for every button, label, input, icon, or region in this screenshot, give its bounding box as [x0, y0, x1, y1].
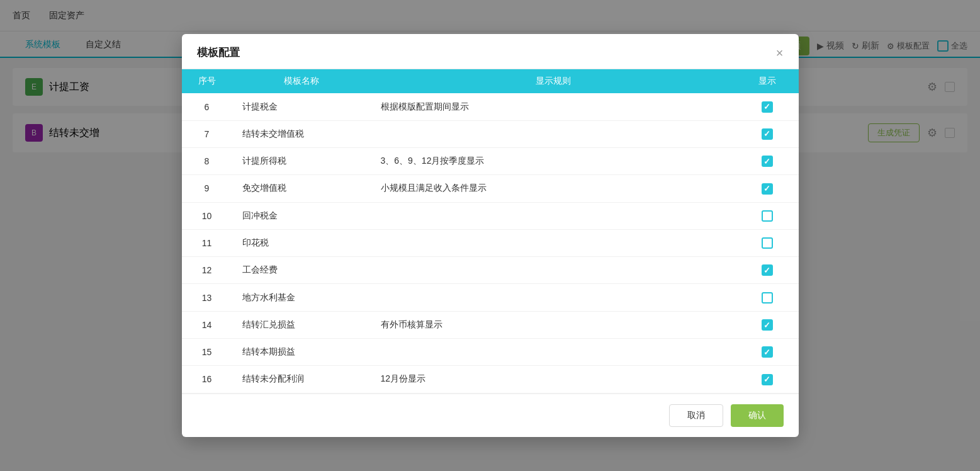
cell-rule-2: 3、6、9、12月按季度显示 — [371, 147, 736, 174]
modal-footer: 取消 确认 — [182, 394, 799, 437]
modal-header: 模板配置 × — [182, 34, 799, 69]
cell-name-5: 印花税 — [232, 229, 371, 256]
table-row: 11印花税 — [182, 229, 799, 256]
cell-rule-5 — [371, 229, 736, 256]
cell-check-4 — [736, 202, 799, 229]
cell-index-4: 10 — [182, 202, 232, 229]
table-row: 16结转未分配利润12月份显示 — [182, 366, 799, 393]
cell-check-8 — [736, 311, 799, 338]
cell-rule-8: 有外币核算显示 — [371, 311, 736, 338]
cell-rule-1 — [371, 120, 736, 147]
cell-index-2: 8 — [182, 147, 232, 174]
col-header-index: 序号 — [182, 69, 232, 93]
cell-check-0 — [736, 93, 799, 120]
cell-name-10: 结转未分配利润 — [232, 366, 371, 393]
row-checkbox-4[interactable] — [762, 210, 773, 222]
table-row: 12工会经费 — [182, 257, 799, 284]
cell-check-6 — [736, 257, 799, 284]
cell-name-1: 结转未交增值税 — [232, 120, 371, 147]
col-header-name: 模板名称 — [232, 69, 371, 93]
table-body: 6计提税金根据模版配置期间显示7结转未交增值税8计提所得税3、6、9、12月按季… — [182, 93, 799, 393]
cell-check-9 — [736, 339, 799, 366]
cell-name-7: 地方水利基金 — [232, 284, 371, 311]
modal-title: 模板配置 — [197, 45, 240, 60]
row-checkbox-5[interactable] — [762, 237, 773, 249]
cell-name-0: 计提税金 — [232, 93, 371, 120]
cell-index-10: 16 — [182, 366, 232, 393]
col-header-display: 显示 — [736, 69, 799, 93]
modal-body: 序号 模板名称 显示规则 显示 6计提税金根据模版配置期间显示7结转未交增值税8… — [182, 69, 799, 393]
cell-index-3: 9 — [182, 175, 232, 202]
cell-rule-7 — [371, 284, 736, 311]
cell-rule-4 — [371, 202, 736, 229]
row-checkbox-9[interactable] — [762, 346, 773, 358]
cell-index-7: 13 — [182, 284, 232, 311]
table-row: 15结转本期损益 — [182, 339, 799, 366]
table-row: 8计提所得税3、6、9、12月按季度显示 — [182, 147, 799, 174]
cell-index-9: 15 — [182, 339, 232, 366]
table-row: 10回冲税金 — [182, 202, 799, 229]
cell-check-5 — [736, 229, 799, 256]
cell-rule-0: 根据模版配置期间显示 — [371, 93, 736, 120]
cell-index-0: 6 — [182, 93, 232, 120]
cell-index-5: 11 — [182, 229, 232, 256]
table-row: 9免交增值税小规模且满足收入条件显示 — [182, 175, 799, 202]
cell-name-6: 工会经费 — [232, 257, 371, 284]
col-header-rule: 显示规则 — [371, 69, 736, 93]
row-checkbox-10[interactable] — [762, 374, 773, 385]
cell-rule-10: 12月份显示 — [371, 366, 736, 393]
cell-name-9: 结转本期损益 — [232, 339, 371, 366]
cell-name-3: 免交增值税 — [232, 175, 371, 202]
cell-name-2: 计提所得税 — [232, 147, 371, 174]
table-head: 序号 模板名称 显示规则 显示 — [182, 69, 799, 93]
table-row: 14结转汇兑损益有外币核算显示 — [182, 311, 799, 338]
row-checkbox-1[interactable] — [762, 128, 773, 140]
row-checkbox-8[interactable] — [762, 319, 773, 331]
modal-overlay: 模板配置 × 序号 模板名称 显示规则 显示 6计提税金根据模版配置期间显示7结… — [0, 0, 980, 471]
cell-check-3 — [736, 175, 799, 202]
modal-close-button[interactable]: × — [776, 47, 784, 59]
cell-rule-3: 小规模且满足收入条件显示 — [371, 175, 736, 202]
row-checkbox-3[interactable] — [762, 183, 773, 195]
cell-index-6: 12 — [182, 257, 232, 284]
cell-index-1: 7 — [182, 120, 232, 147]
cancel-button[interactable]: 取消 — [669, 404, 723, 427]
table-row: 7结转未交增值税 — [182, 120, 799, 147]
row-checkbox-7[interactable] — [762, 292, 773, 304]
cell-name-4: 回冲税金 — [232, 202, 371, 229]
cell-rule-9 — [371, 339, 736, 366]
cell-index-8: 14 — [182, 311, 232, 338]
table-header-row: 序号 模板名称 显示规则 显示 — [182, 69, 799, 93]
cell-check-7 — [736, 284, 799, 311]
cell-check-10 — [736, 366, 799, 393]
cell-name-8: 结转汇兑损益 — [232, 311, 371, 338]
row-checkbox-0[interactable] — [762, 101, 773, 113]
cell-check-2 — [736, 147, 799, 174]
table-row: 13地方水利基金 — [182, 284, 799, 311]
cell-rule-6 — [371, 257, 736, 284]
template-config-modal: 模板配置 × 序号 模板名称 显示规则 显示 6计提税金根据模版配置期间显示7结… — [182, 34, 799, 436]
cell-check-1 — [736, 120, 799, 147]
confirm-button[interactable]: 确认 — [731, 404, 784, 427]
row-checkbox-6[interactable] — [762, 264, 773, 276]
table-row: 6计提税金根据模版配置期间显示 — [182, 93, 799, 120]
config-table: 序号 模板名称 显示规则 显示 6计提税金根据模版配置期间显示7结转未交增值税8… — [182, 69, 799, 393]
row-checkbox-2[interactable] — [762, 156, 773, 167]
